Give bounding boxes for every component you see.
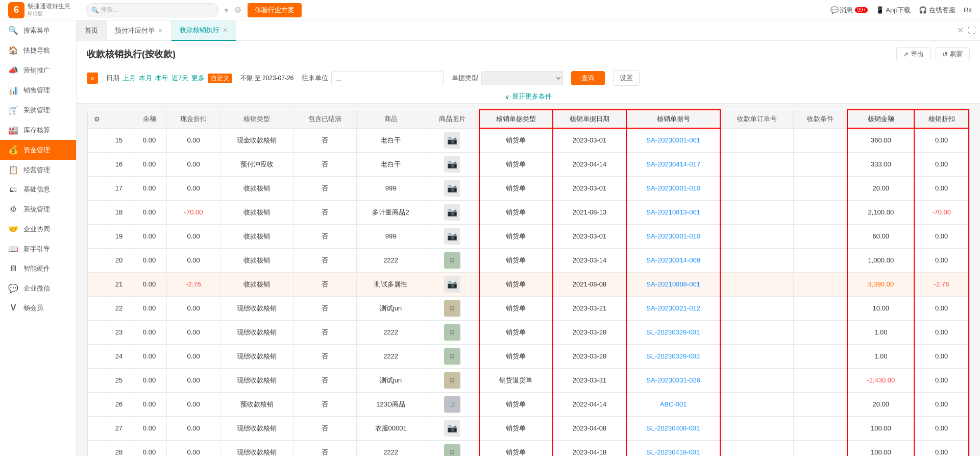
bill-no-link[interactable]: SL-20230408-001 bbox=[647, 424, 700, 432]
sidebar-item-search[interactable]: 🔍 搜索菜单 bbox=[0, 20, 76, 40]
app-download-item[interactable]: 📱 App下载 bbox=[876, 6, 911, 15]
cell-bill-date: 2023-04-14 bbox=[553, 152, 626, 176]
cell-writeoff-amount: 100.00 bbox=[847, 416, 914, 440]
date-last-month[interactable]: 上月 bbox=[122, 74, 136, 83]
cell-included: 否 bbox=[293, 176, 356, 200]
bill-type-select[interactable] bbox=[481, 71, 563, 85]
bill-no-link[interactable]: SA-20230321-012 bbox=[646, 304, 700, 312]
col-settings-icon[interactable]: ⚙ bbox=[94, 115, 100, 123]
tab-home[interactable]: 首页 bbox=[77, 20, 107, 41]
th-cash-discount: 现金折扣 bbox=[166, 110, 220, 128]
cell-receipt-order bbox=[720, 200, 793, 224]
filter-expand-button[interactable]: » bbox=[87, 73, 98, 84]
close-tab-icon[interactable]: ✕ bbox=[957, 26, 964, 35]
partner-input[interactable] bbox=[331, 71, 444, 85]
date-7days[interactable]: 近7天 bbox=[172, 74, 188, 83]
bill-no-link[interactable]: SA-20230314-008 bbox=[646, 256, 700, 264]
dropdown-icon[interactable]: ▾ bbox=[225, 6, 228, 14]
sidebar-item-basic[interactable]: 🗂 基础信息 bbox=[0, 180, 76, 199]
sidebar-item-marketing[interactable]: 📣 营销推广 bbox=[0, 60, 76, 80]
bill-type-label: 单据类型 bbox=[452, 74, 478, 83]
tab-prepay-close[interactable]: ✕ bbox=[158, 27, 163, 34]
cell-product-img: 📷 bbox=[425, 272, 479, 296]
table-row: 20 0.00 0.00 收款核销 否 2222 🖼 销货单 2023-03-1… bbox=[88, 248, 969, 272]
table-wrap: ⚙ 余额 现金折扣 核销类型 包含已结清 商品 商品图片 核销单据类型 核销单据… bbox=[87, 109, 970, 456]
bill-no-link[interactable]: SL-20230328-002 bbox=[647, 352, 700, 360]
export-button[interactable]: ↗ 导出 bbox=[896, 47, 930, 61]
cell-balance: 0.00 bbox=[132, 152, 167, 176]
cell-product-img: 🖼 bbox=[425, 248, 479, 272]
cell-balance: 0.00 bbox=[132, 440, 167, 456]
date-this-month[interactable]: 本月 bbox=[139, 74, 152, 83]
online-service-item[interactable]: 🎧 在线客服 bbox=[919, 6, 955, 15]
sidebar-item-finance[interactable]: 💰 资金管理 bbox=[0, 140, 76, 160]
table-row: 21 0.00 -2.76 收款核销 否 测试多属性 📷 销货单 2021-08… bbox=[88, 272, 969, 296]
bill-no-link[interactable]: SA-20230414-017 bbox=[646, 160, 700, 168]
sidebar-item-wechat[interactable]: 💬 企业微信 bbox=[0, 278, 76, 298]
bill-no-link[interactable]: SA-20230301-010 bbox=[646, 232, 700, 240]
bill-no-link[interactable]: SA-20230301-010 bbox=[646, 184, 700, 192]
bill-no-link[interactable]: SA-20210813-001 bbox=[646, 208, 700, 216]
cell-row-num: 27 bbox=[106, 416, 132, 440]
settings-button[interactable]: 设置 bbox=[613, 70, 640, 86]
expand-more-conditions[interactable]: ∨ 展开更多条件 bbox=[87, 90, 970, 103]
sidebar-item-hardware[interactable]: 🖥 智能硬件 bbox=[0, 259, 76, 278]
tab-writeoff-close[interactable]: ✕ bbox=[223, 27, 228, 34]
sidebar-item-member[interactable]: V 畅会员 bbox=[0, 298, 76, 318]
finance-icon: 💰 bbox=[8, 145, 18, 155]
cell-writeoff-amount: 360.00 bbox=[847, 128, 914, 152]
date-this-year[interactable]: 本年 bbox=[155, 74, 168, 83]
refresh-button[interactable]: ↺ 刷新 bbox=[936, 47, 970, 61]
cell-settings bbox=[88, 224, 106, 248]
sidebar-item-purchase[interactable]: 🛒 采购管理 bbox=[0, 100, 76, 120]
date-custom-btn[interactable]: 自定义 bbox=[208, 74, 232, 83]
bill-no-link[interactable]: SL-20230328-001 bbox=[647, 328, 700, 336]
tab-prepay-label: 预付冲应付单 bbox=[115, 26, 155, 35]
sidebar-item-system[interactable]: ⚙ 系统管理 bbox=[0, 199, 76, 219]
cell-row-num: 15 bbox=[106, 128, 132, 152]
bill-no-link[interactable]: SA-20230331-026 bbox=[646, 376, 700, 384]
cell-receipt-order bbox=[720, 440, 793, 456]
cell-included: 否 bbox=[293, 416, 356, 440]
user-name[interactable]: Rit bbox=[964, 6, 972, 14]
sidebar-item-sales[interactable]: 📊 销售管理 bbox=[0, 80, 76, 100]
bill-no-link[interactable]: SA-20230301-001 bbox=[646, 136, 700, 144]
cell-product-img: 📷 bbox=[425, 128, 479, 152]
sidebar-item-operation[interactable]: 📋 经营管理 bbox=[0, 160, 76, 180]
cell-writeoff-discount: 0.00 bbox=[914, 152, 969, 176]
partner-filter-group: 往来单位 bbox=[302, 71, 444, 85]
cell-row-num: 19 bbox=[106, 224, 132, 248]
sidebar-item-label: 采购管理 bbox=[23, 106, 50, 115]
cell-bill-date: 2023-03-21 bbox=[553, 296, 626, 320]
cell-bill-type: 销货单 bbox=[479, 248, 553, 272]
cell-settings bbox=[88, 248, 106, 272]
cell-product-img: 🖼 bbox=[425, 296, 479, 320]
table-row: 17 0.00 0.00 收款核销 否 999 📷 销货单 2023-03-01… bbox=[88, 176, 969, 200]
sidebar-item-guide[interactable]: 📖 新手引导 bbox=[0, 239, 76, 259]
sidebar-item-inventory[interactable]: 🏭 库存核算 bbox=[0, 120, 76, 140]
bill-no-link[interactable]: ABC-001 bbox=[660, 400, 687, 408]
cell-writeoff-discount: 0.00 bbox=[914, 224, 969, 248]
bill-no-link[interactable]: SA-20210808-001 bbox=[646, 280, 700, 288]
tab-writeoff[interactable]: 收款核销执行 ✕ bbox=[172, 20, 236, 41]
solution-button[interactable]: 休验行业方案 bbox=[248, 3, 302, 17]
sidebar-item-enterprise[interactable]: 🤝 企业协同 bbox=[0, 219, 76, 239]
cell-cash-discount: 0.00 bbox=[166, 128, 220, 152]
cell-bill-type: 销货单 bbox=[479, 440, 553, 456]
date-more[interactable]: 更多 bbox=[191, 74, 205, 83]
gear-icon[interactable]: ⚙ bbox=[234, 5, 241, 15]
cell-bill-no: SA-20230321-012 bbox=[626, 296, 720, 320]
th-included: 包含已结清 bbox=[293, 110, 356, 128]
tab-prepay[interactable]: 预付冲应付单 ✕ bbox=[107, 20, 172, 41]
th-settings[interactable]: ⚙ bbox=[88, 110, 106, 128]
bill-no-link[interactable]: SL-20230418-001 bbox=[647, 448, 700, 456]
cell-cash-discount: 0.00 bbox=[166, 440, 220, 456]
expand-tab-icon[interactable]: ⛶ bbox=[968, 26, 976, 35]
sidebar-item-label: 新手引导 bbox=[23, 245, 50, 254]
sidebar-item-shortcut[interactable]: 🏠 快捷导航 bbox=[0, 40, 76, 60]
top-search[interactable]: 🔍 搜索... bbox=[86, 3, 218, 17]
query-button[interactable]: 查询 bbox=[571, 71, 605, 85]
cell-row-num: 18 bbox=[106, 200, 132, 224]
notification-item[interactable]: 💬 消息 99+ bbox=[830, 6, 868, 15]
cell-product: 多计量商品2 bbox=[356, 200, 425, 224]
